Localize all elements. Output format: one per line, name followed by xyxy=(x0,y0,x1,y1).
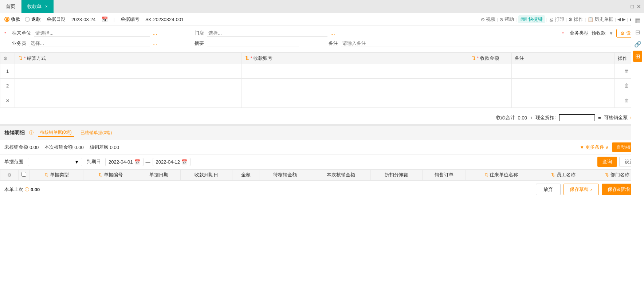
quota-info-icon[interactable]: ⓘ xyxy=(25,187,29,193)
bt-col-number: ⇅ 单据编号 xyxy=(83,170,137,180)
minimize-btn[interactable]: — xyxy=(623,4,628,9)
draft-chevron-icon[interactable]: ∧ xyxy=(590,188,593,192)
bt-col-type: ⇅ 单据类型 xyxy=(30,170,83,180)
sidebar-icon-3[interactable]: 🔗 xyxy=(632,39,644,50)
table-gear-icon[interactable]: ⚙ xyxy=(3,56,8,61)
main-table: ⚙ ⇅ * 结算方式 ⇅ * 收款账号 ⇅ * 收款 xyxy=(0,52,644,108)
operation-link[interactable]: ⚙ 操作 xyxy=(568,16,583,23)
abandon-button[interactable]: 放弃 xyxy=(536,184,561,195)
active-tab-label: 收款单 xyxy=(27,3,42,10)
table-row: 2 🗑 ⧉ xyxy=(0,79,644,93)
remark-input[interactable] xyxy=(341,40,640,47)
save-draft-button[interactable]: 保存草稿 ∧ xyxy=(564,184,599,195)
row2-amount[interactable] xyxy=(468,79,511,93)
col-settlement-th: ⇅ * 结算方式 xyxy=(15,53,242,64)
toolbar-right: ⊙ 视频 | ⊙ 帮助 | ⌨ 快捷键 | 🖨 打印 | xyxy=(481,15,640,23)
prev-btn[interactable]: ◀ xyxy=(617,17,621,22)
row3-settlement[interactable] xyxy=(15,93,242,108)
amount-sort-icon[interactable]: ⇅ xyxy=(472,55,476,61)
duedate-label: 到期日 xyxy=(87,158,101,165)
this-verify-item: 本次核销金额 0.00 xyxy=(44,144,83,150)
row2-remark[interactable] xyxy=(511,79,615,93)
sum-equals: = xyxy=(598,115,601,121)
row1-delete-icon[interactable]: 🗑 xyxy=(624,68,629,74)
diff-value: 0.00 xyxy=(110,145,119,150)
range-select[interactable]: ▼ xyxy=(28,158,82,166)
remark-label: 备注 xyxy=(316,40,338,47)
sum-discount-input[interactable] xyxy=(559,114,595,121)
query-button[interactable]: 查询 xyxy=(597,157,617,167)
col-gear-th[interactable]: ⚙ xyxy=(0,53,15,64)
bt-col-gear[interactable]: ⚙ xyxy=(0,170,19,180)
biztype-dropdown-icon[interactable]: ▼ xyxy=(609,31,613,36)
row1-account[interactable] xyxy=(241,64,468,79)
store-input[interactable] xyxy=(207,30,327,37)
partner-input[interactable] xyxy=(34,30,150,37)
settlement-sort-icon[interactable]: ⇅ xyxy=(19,55,23,61)
row2-account[interactable] xyxy=(241,79,468,93)
video-link[interactable]: ⊙ 视频 xyxy=(481,16,495,23)
filter-row: 单据范围 ▼ 到期日 2022-04-01 📅 — 2022-04-12 📅 查… xyxy=(0,154,644,169)
shortcut-icon: ⌨ xyxy=(521,17,527,22)
bt-col-checkbox[interactable] xyxy=(19,170,30,180)
shortcut-link[interactable]: ⌨ 快捷键 xyxy=(518,15,545,23)
home-tab-label: 首页 xyxy=(6,3,15,10)
help-link[interactable]: ⊙ 帮助 xyxy=(499,16,514,23)
partner-more-icon[interactable]: ... xyxy=(153,30,157,36)
summary-label: 摘要 xyxy=(182,40,204,47)
bottom-gear-icon[interactable]: ⚙ xyxy=(7,172,12,178)
row2-settlement[interactable] xyxy=(15,79,242,93)
unverified-value: 0.00 xyxy=(30,145,39,150)
verify-info-icon[interactable]: ⓘ xyxy=(29,130,34,136)
row3-idx: 3 xyxy=(0,93,15,108)
filter-icon: ▼ xyxy=(580,145,584,150)
row1-idx: 1 xyxy=(0,64,15,79)
tab-close-icon[interactable]: × xyxy=(45,4,48,9)
row1-settlement[interactable] xyxy=(15,64,242,79)
sidebar-icon-1[interactable]: ▦ xyxy=(633,15,643,26)
main-container: 收款 退款 单据日期 2023-03-24 📅 | 单据编号 SK-202303… xyxy=(0,13,644,290)
row3-account[interactable] xyxy=(241,93,468,108)
summary-input[interactable] xyxy=(207,40,299,47)
maximize-btn[interactable]: □ xyxy=(631,4,634,9)
tab-bar: 首页 收款单 × — □ ✕ xyxy=(0,0,644,13)
tab-home[interactable]: 首页 xyxy=(0,0,21,13)
radio-tuikuan[interactable]: 退款 xyxy=(25,16,41,23)
partner-asterisk: * xyxy=(4,31,6,36)
print-link[interactable]: 🖨 打印 xyxy=(549,16,564,23)
row1-remark[interactable] xyxy=(511,64,615,79)
staff-input[interactable] xyxy=(29,40,150,47)
verify-summary-row: 未核销金额 0.00 本次核销金额 0.00 核销差额 0.00 ▼ 更多条件 … xyxy=(0,140,644,154)
sidebar-icon-4[interactable]: ⊞ xyxy=(633,51,642,62)
select-all-checkbox[interactable] xyxy=(21,172,26,177)
radio-shoukuan[interactable]: 收款 xyxy=(4,16,20,23)
date-end-picker[interactable]: 2022-04-12 📅 xyxy=(153,158,191,166)
close-btn[interactable]: ✕ xyxy=(637,4,641,9)
sidebar-icon-2[interactable]: ⊟ xyxy=(633,27,642,38)
calendar-end-icon[interactable]: 📅 xyxy=(181,159,187,165)
sum-row: 收款合计 0.00 + 现金折扣: = 可核销金额 0.00 xyxy=(0,111,644,124)
staff-label: 业务员 xyxy=(4,40,26,47)
row3-remark[interactable] xyxy=(511,93,615,108)
col-remark-th: 备注 xyxy=(511,53,615,64)
tab-shoukuan[interactable]: 收款单 × xyxy=(21,0,54,13)
staff-more-icon[interactable]: ... xyxy=(153,40,157,46)
form-area: * 往来单位 ... 门店 ... * 业务类型 预收款 ▼ ⚙ 设置 xyxy=(0,26,644,52)
page-footer: 本单上次 ⓘ 0.00 放弃 保存草稿 ∧ 保存&新增 ∧ xyxy=(0,180,644,198)
row1-amount[interactable] xyxy=(468,64,511,79)
store-more-icon[interactable]: ... xyxy=(330,30,335,36)
date-start-picker[interactable]: 2022-04-01 📅 xyxy=(105,158,144,166)
account-sort-icon[interactable]: ⇅ xyxy=(245,55,249,61)
row3-delete-icon[interactable]: 🗑 xyxy=(624,97,629,103)
more-filter-btn[interactable]: ▼ 更多条件 ∧ xyxy=(580,144,609,150)
date-separator: — xyxy=(146,159,150,165)
tab-done[interactable]: 已核销单据(0笔) xyxy=(78,129,114,137)
calendar-icon[interactable]: 📅 xyxy=(102,16,108,22)
row3-amount[interactable] xyxy=(468,93,511,108)
calendar-start-icon[interactable]: 📅 xyxy=(134,159,140,165)
next-btn[interactable]: ▶ xyxy=(622,17,625,22)
window-controls: — □ ✕ xyxy=(623,4,644,9)
tab-pending[interactable]: 待核销单据(0笔) xyxy=(38,129,74,137)
history-link[interactable]: 📋 历史单据 xyxy=(588,16,613,23)
row2-delete-icon[interactable]: 🗑 xyxy=(624,83,629,89)
